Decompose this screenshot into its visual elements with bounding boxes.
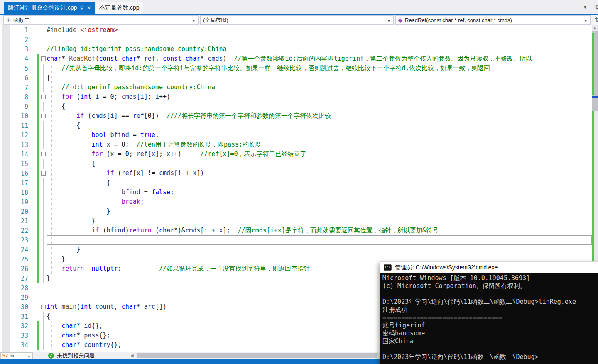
- line-number: 15: [0, 160, 31, 168]
- code-token: //先从首字母比较，即将id:的第一个字符i与完整的字符串比较。如果一样，继续比…: [61, 64, 490, 72]
- code-text[interactable]: {: [47, 178, 592, 188]
- fold-collapse-icon[interactable]: −: [41, 152, 46, 156]
- fold-collapse-icon[interactable]: −: [41, 114, 46, 118]
- code-line[interactable]: 7 //id:tigerinf pass:handsome country:Ch…: [0, 83, 598, 92]
- code-token: (: [99, 227, 106, 234]
- line-number: 9: [0, 103, 31, 110]
- tab-file-active[interactable]: 麟江湖注册命令的设计.cpp ⚲ ✕: [4, 2, 95, 14]
- change-tracking-bar: [37, 169, 39, 178]
- tab-file-inactive[interactable]: 不定量参数.cpp: [96, 2, 143, 14]
- code-text[interactable]: [47, 35, 592, 44]
- code-text[interactable]: if (bfind)return (char*)&cmds[i + x]; //…: [47, 226, 592, 235]
- code-text[interactable]: bool bfind = true;: [47, 130, 592, 140]
- cmd-console-window[interactable]: C:\ 管理员: C:\Windows\System32\cmd.exe Mic…: [380, 261, 598, 364]
- code-text[interactable]: //先从首字母比较，即将id:的第一个字符i与完整的字符串比较。如果一样，继续比…: [47, 64, 592, 73]
- scroll-left-arrow-icon[interactable]: ◀: [130, 353, 134, 358]
- code-token: i: [155, 93, 159, 100]
- code-line[interactable]: 8− for (int i = 0; cmds[i]; i++): [0, 92, 598, 102]
- code-token: {: [47, 160, 95, 167]
- code-line[interactable]: 2: [0, 35, 598, 44]
- code-line[interactable]: 10− if (cmds[i] == ref[0]) ////将长字符串的第一个…: [0, 111, 598, 121]
- code-token: true: [140, 131, 155, 139]
- code-line[interactable]: 19 break;: [0, 197, 598, 207]
- code-line[interactable]: 18 bfind = false;: [0, 188, 598, 197]
- code-line[interactable]: 11 {: [0, 121, 598, 130]
- zoom-level-dropdown[interactable]: 97 % ▼: [0, 352, 33, 359]
- code-token: (: [84, 112, 91, 120]
- fold-collapse-icon[interactable]: −: [41, 171, 46, 176]
- code-line[interactable]: 16− if (ref[x] != cmds[i + x]): [0, 169, 598, 178]
- change-tracking-bar: [37, 321, 39, 331]
- code-line[interactable]: 14− for (x = 0; ref[x]; x++) //ref[x]=0，…: [0, 149, 598, 159]
- console-output[interactable]: Microsoft Windows [版本 10.0.19045.3693](c…: [380, 273, 598, 364]
- line-number: 30: [0, 303, 31, 311]
- console-title-bar[interactable]: C:\ 管理员: C:\Windows\System32\cmd.exe: [380, 261, 598, 273]
- code-token: [: [133, 169, 137, 177]
- code-line[interactable]: 22 if (bfind)return (char*)&cmds[i + x];…: [0, 226, 598, 235]
- close-icon[interactable]: ✕: [87, 5, 91, 11]
- code-text[interactable]: for (x = 0; ref[x]; x++) //ref[x]=0，表示字符…: [47, 149, 592, 159]
- code-line[interactable]: 6{: [0, 73, 598, 83]
- fold-collapse-icon[interactable]: −: [41, 56, 46, 61]
- code-token: cmds: [91, 112, 106, 120]
- horizontal-scrollbar-thumb[interactable]: [137, 353, 377, 358]
- code-line[interactable]: 23: [0, 235, 598, 245]
- pin-icon[interactable]: ⚲: [80, 5, 84, 11]
- project-scope-dropdown[interactable]: ⊞ 函数二 ▼: [3, 15, 199, 25]
- code-token: ];: [144, 93, 155, 100]
- code-text[interactable]: #include <iostream>: [47, 25, 592, 35]
- change-tracking-bar: [37, 235, 39, 245]
- code-line[interactable]: 9 {: [0, 102, 598, 111]
- code-text[interactable]: //id:tigerinf pass:handsome country:Chin…: [47, 83, 592, 92]
- code-text[interactable]: {: [47, 159, 592, 169]
- change-tracking-bar: [37, 83, 39, 92]
- code-token: cmds: [208, 55, 223, 62]
- horizontal-scrollbar[interactable]: [136, 353, 380, 358]
- document-health-indicator[interactable]: ✓ 未找到相关问题: [48, 352, 95, 359]
- code-text[interactable]: [47, 235, 592, 245]
- code-line[interactable]: 13 int x = 0; //len用于计算参数的长度，即pass:的长度: [0, 140, 598, 149]
- code-line[interactable]: 5 //先从首字母比较，即将id:的第一个字符i与完整的字符串比较。如果一样，继…: [0, 64, 598, 73]
- code-token: i: [140, 93, 144, 100]
- tab-overflow-chevron-icon[interactable]: ▼: [583, 5, 587, 10]
- code-token: ] !=: [140, 169, 159, 177]
- line-number: 8: [0, 93, 31, 101]
- change-tracking-bar: [37, 54, 39, 64]
- split-window-icon[interactable]: ⇅: [594, 16, 598, 24]
- window-options-gear-icon[interactable]: ⚙: [595, 3, 598, 11]
- fold-collapse-icon[interactable]: −: [41, 305, 46, 309]
- code-line[interactable]: 15 {: [0, 159, 598, 169]
- code-line[interactable]: 4−char* ReadRef(const char* ref, const c…: [0, 54, 598, 64]
- code-text[interactable]: {: [47, 121, 592, 130]
- code-text[interactable]: for (int i = 0; cmds[i]; i++): [47, 92, 592, 102]
- code-text[interactable]: bfind = false;: [47, 188, 592, 197]
- code-text[interactable]: int x = 0; //len用于计算参数的长度，即pass:的长度: [47, 140, 592, 149]
- fold-collapse-icon[interactable]: −: [41, 95, 46, 99]
- code-text[interactable]: {: [47, 102, 592, 111]
- code-text[interactable]: }: [47, 207, 592, 216]
- scroll-up-arrow-icon[interactable]: ▲: [593, 26, 596, 30]
- code-line[interactable]: 12 bool bfind = true;: [0, 130, 598, 140]
- code-text[interactable]: {: [47, 73, 592, 83]
- change-tracking-bar: [37, 245, 39, 254]
- code-text[interactable]: char* ReadRef(const char* ref, const cha…: [47, 54, 592, 64]
- code-line[interactable]: 21 }: [0, 216, 598, 226]
- code-text[interactable]: if (cmds[i] == ref[0]) ////将长字符串的第一个字符和参…: [47, 111, 592, 121]
- member-scope-dropdown[interactable]: ◈ ReadRef(const char * ref, const char *…: [395, 15, 591, 25]
- code-line[interactable]: 24 }: [0, 245, 598, 254]
- code-text[interactable]: if (ref[x] != cmds[i + x]): [47, 169, 592, 178]
- code-token: char: [47, 55, 61, 62]
- code-text[interactable]: }: [47, 216, 592, 226]
- change-tracking-bar: [37, 302, 39, 312]
- outline-margin: [40, 226, 47, 235]
- code-text[interactable]: break;: [47, 197, 592, 207]
- type-scope-dropdown[interactable]: (全局范围) ▼: [200, 15, 394, 25]
- code-line[interactable]: 3//linReg id:tigerinf pass:handsome coun…: [0, 44, 598, 54]
- code-token: ): [223, 55, 234, 62]
- code-text[interactable]: //linReg id:tigerinf pass:handsome count…: [47, 44, 592, 54]
- code-token: [: [148, 150, 152, 158]
- code-line[interactable]: 17 {: [0, 178, 598, 188]
- code-line[interactable]: 1#include <iostream>: [0, 25, 598, 35]
- code-text[interactable]: }: [47, 245, 592, 254]
- code-line[interactable]: 20 }: [0, 207, 598, 216]
